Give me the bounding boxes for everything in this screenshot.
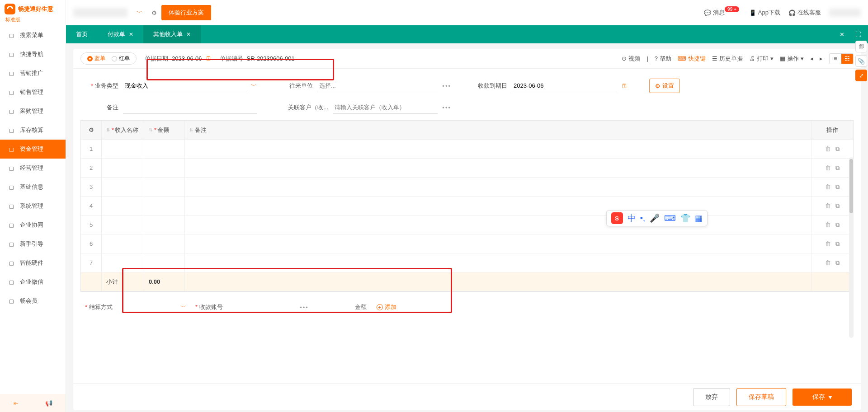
row-copy-icon[interactable]: ⧉	[835, 259, 840, 267]
col-amount[interactable]: ⇅金额	[144, 121, 185, 139]
row-copy-icon[interactable]: ⧉	[835, 164, 840, 172]
chevron-down-icon[interactable]: ﹀	[180, 303, 186, 311]
rel-customer-input[interactable]	[333, 101, 438, 114]
chevron-down-icon[interactable]: ﹀	[251, 82, 257, 90]
cell-income-name[interactable]	[102, 159, 144, 177]
settlement-account-input[interactable]	[232, 302, 291, 313]
ime-keyboard-icon[interactable]: ⌨	[664, 213, 676, 223]
table-row[interactable]: 4🗑⧉	[81, 197, 853, 215]
sidebar-item-robot[interactable]: ◻智能硬件	[0, 253, 66, 272]
ops-link[interactable]: ▦操作▾	[780, 55, 804, 63]
cell-remark[interactable]	[185, 197, 811, 215]
row-delete-icon[interactable]: 🗑	[825, 221, 831, 228]
row-copy-icon[interactable]: ⧉	[835, 183, 840, 191]
collapse-icon[interactable]: ⇤	[14, 400, 19, 407]
sidebar-item-db[interactable]: ◻基础信息	[0, 178, 66, 197]
sidebar-item-sync[interactable]: ◻系统管理	[0, 197, 66, 215]
ime-mic-icon[interactable]: 🎤	[650, 213, 660, 223]
radio-red[interactable]: 红单	[112, 55, 130, 62]
col-income-name[interactable]: ⇅收入名称	[102, 121, 144, 139]
settings-button[interactable]: ⚙设置	[649, 79, 680, 93]
row-copy-icon[interactable]: ⧉	[835, 145, 840, 153]
cell-remark[interactable]	[185, 159, 811, 177]
row-copy-icon[interactable]: ⧉	[835, 221, 840, 229]
add-settlement-button[interactable]: +添加	[377, 303, 396, 311]
row-delete-icon[interactable]: 🗑	[825, 183, 831, 190]
cell-income-name[interactable]	[102, 197, 144, 215]
sidebar-item-search[interactable]: ◻搜索菜单	[0, 26, 66, 45]
table-row[interactable]: 5🗑⧉	[81, 215, 853, 234]
biz-type-select[interactable]	[123, 80, 246, 92]
cell-income-name[interactable]	[102, 178, 144, 196]
cell-income-name[interactable]	[102, 253, 144, 272]
help-link[interactable]: ?帮助	[655, 55, 671, 63]
cell-income-name[interactable]	[102, 215, 144, 234]
cell-amount[interactable]	[144, 178, 185, 196]
table-row[interactable]: 6🗑⧉	[81, 234, 853, 253]
cell-amount[interactable]	[144, 234, 185, 253]
row-delete-icon[interactable]: 🗑	[825, 145, 831, 152]
online-service-button[interactable]: 🎧 在线客服	[788, 9, 821, 17]
cell-income-name[interactable]	[102, 234, 144, 253]
cell-amount[interactable]	[144, 140, 185, 158]
fullscreen-icon[interactable]: ⛶	[852, 28, 864, 41]
shortcut-link[interactable]: ⌨快捷键	[678, 55, 706, 63]
video-link[interactable]: ⊙视频	[622, 55, 640, 63]
calendar-icon[interactable]: 🗓	[206, 55, 212, 62]
settings-gear-icon[interactable]: ⚙	[151, 9, 157, 16]
org-dropdown-icon[interactable]: ﹀	[137, 9, 142, 17]
app-download-button[interactable]: 📱 App下载	[749, 9, 780, 17]
grid-settings-header-icon[interactable]: ⚙	[81, 121, 102, 139]
sidebar-item-yen[interactable]: ◻资金管理	[0, 140, 66, 159]
save-draft-button[interactable]: 保存草稿	[736, 388, 786, 406]
sidebar-item-file[interactable]: ◻经营管理	[0, 159, 66, 178]
sidebar-item-book[interactable]: ◻新手引导	[0, 234, 66, 253]
sidebar-item-home[interactable]: ◻快捷导航	[0, 45, 66, 64]
cell-remark[interactable]	[185, 253, 811, 272]
due-date-input[interactable]	[512, 80, 617, 92]
print-link[interactable]: 🖨打印▾	[749, 55, 774, 63]
sidebar-item-box[interactable]: ◻库存核算	[0, 121, 66, 140]
settlement-method-input[interactable]	[122, 302, 171, 313]
sidebar-item-bag[interactable]: ◻采购管理	[0, 102, 66, 121]
tab-1[interactable]: 付款单✕	[98, 25, 143, 43]
close-icon[interactable]: ✕	[186, 31, 191, 37]
list-view-icon[interactable]: ≡	[830, 54, 841, 64]
more-dots-icon[interactable]: •••	[442, 104, 451, 111]
remark-input[interactable]	[123, 101, 257, 114]
rail-history-icon[interactable]: 🗐	[855, 41, 867, 52]
row-delete-icon[interactable]: 🗑	[825, 164, 831, 171]
settlement-amount-input[interactable]	[318, 302, 368, 313]
col-remark[interactable]: ⇅备注	[185, 121, 811, 139]
more-dots-icon[interactable]: •••	[300, 304, 309, 311]
cell-amount[interactable]	[144, 253, 185, 272]
cell-amount[interactable]	[144, 159, 185, 177]
ime-skin-icon[interactable]: 👕	[680, 213, 690, 223]
ime-toolbar[interactable]: S 中 •, 🎤 ⌨ 👕 ▦	[606, 210, 708, 226]
cell-amount[interactable]	[144, 215, 185, 234]
sound-icon[interactable]: 📢	[45, 400, 52, 407]
cell-remark[interactable]	[185, 215, 811, 234]
sidebar-item-wechat[interactable]: ◻企业微信	[0, 272, 66, 291]
row-delete-icon[interactable]: 🗑	[825, 259, 831, 266]
ime-toolbox-icon[interactable]: ▦	[695, 213, 703, 223]
tab-2[interactable]: 其他收入单✕	[143, 25, 201, 43]
cell-income-name[interactable]	[102, 140, 144, 158]
rail-attach-icon[interactable]: 📎	[855, 55, 867, 67]
row-delete-icon[interactable]: 🗑	[825, 202, 831, 209]
sidebar-item-gift[interactable]: ◻营销推广	[0, 64, 66, 83]
rail-expand-icon[interactable]: ⤢	[855, 70, 867, 81]
form-view-icon[interactable]: ☷	[841, 54, 853, 64]
next-doc-icon[interactable]: ▸	[820, 55, 823, 62]
vertical-scrollbar[interactable]	[849, 157, 854, 338]
calendar-icon[interactable]: 🗓	[622, 83, 627, 89]
cell-remark[interactable]	[185, 140, 811, 158]
row-delete-icon[interactable]: 🗑	[825, 240, 831, 247]
row-copy-icon[interactable]: ⧉	[835, 202, 840, 210]
table-row[interactable]: 1🗑⧉	[81, 140, 853, 159]
row-copy-icon[interactable]: ⧉	[835, 240, 840, 248]
save-button[interactable]: 保存▾	[793, 389, 852, 406]
cell-remark[interactable]	[185, 234, 811, 253]
more-dots-icon[interactable]: •••	[442, 83, 451, 89]
close-icon[interactable]: ✕	[129, 31, 133, 37]
